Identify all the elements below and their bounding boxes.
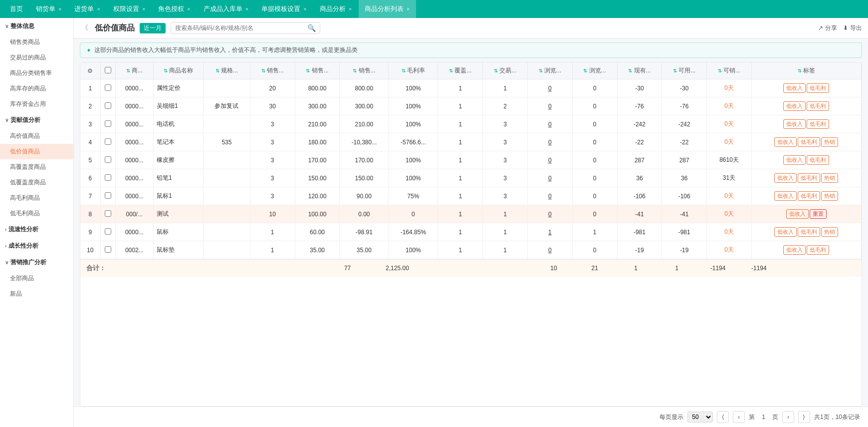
prev-page-button[interactable]: ‹ xyxy=(733,411,745,423)
browse-link[interactable]: 1 xyxy=(548,229,552,236)
row-checkbox-cell[interactable] xyxy=(100,241,115,259)
time-filter-badge[interactable]: 近一月 xyxy=(140,23,166,33)
footer-s2: 2,125.00 xyxy=(368,265,427,272)
row-name[interactable]: 鼠标垫 xyxy=(153,241,203,259)
browse-link[interactable]: 0 xyxy=(548,193,552,200)
row-browse1[interactable]: 1 xyxy=(527,223,572,241)
row-name[interactable]: 鼠标1 xyxy=(153,187,203,205)
row-browse1[interactable]: 0 xyxy=(527,205,572,223)
nav-template-settings[interactable]: 单据模板设置 × xyxy=(255,0,312,18)
row-checkbox[interactable] xyxy=(105,120,111,127)
row-browse1[interactable]: 0 xyxy=(527,79,572,97)
row-name[interactable]: 铅笔1 xyxy=(153,169,203,187)
nav-purchase-order[interactable]: 进货单 × xyxy=(68,0,106,18)
close-product-analysis-list-icon[interactable]: × xyxy=(407,6,410,12)
sidebar-item-traded-products[interactable]: 交易过的商品 xyxy=(0,50,73,65)
browse-link[interactable]: 0 xyxy=(548,139,552,146)
close-sales-order-icon[interactable]: × xyxy=(58,6,61,12)
sidebar-group-velocity[interactable]: › 流速性分析 xyxy=(0,221,73,238)
row-name[interactable]: 吴细细1 xyxy=(153,97,203,115)
browse-link[interactable]: 0 xyxy=(548,157,552,164)
row-checkbox-cell[interactable] xyxy=(100,169,115,187)
sidebar-group-growth[interactable]: › 成长性分析 xyxy=(0,238,73,254)
next-page-button[interactable]: › xyxy=(782,411,794,423)
nav-product-analysis[interactable]: 商品分析 × xyxy=(314,0,358,18)
row-browse1[interactable]: 0 xyxy=(527,97,572,115)
browse-link[interactable]: 0 xyxy=(548,175,552,182)
nav-product-warehouse[interactable]: 产成品入库单 × xyxy=(198,0,254,18)
row-checkbox[interactable] xyxy=(105,102,111,109)
row-checkbox[interactable] xyxy=(105,138,111,145)
row-checkbox-cell[interactable] xyxy=(100,223,115,241)
sidebar-item-high-margin[interactable]: 高毛利商品 xyxy=(0,190,73,206)
nav-permissions[interactable]: 权限设置 × xyxy=(107,0,151,18)
sidebar-item-new-products[interactable]: 新品 xyxy=(0,286,73,302)
col-settings[interactable]: ⚙ xyxy=(80,62,100,79)
close-template-settings-icon[interactable]: × xyxy=(303,6,306,12)
row-name[interactable]: 笔记本 xyxy=(153,133,203,151)
row-checkbox-cell[interactable] xyxy=(100,151,115,169)
sidebar-item-low-margin[interactable]: 低毛利商品 xyxy=(0,206,73,221)
nav-sales-order[interactable]: 销货单 × xyxy=(30,0,67,18)
row-browse1[interactable]: 0 xyxy=(527,241,572,259)
last-page-button[interactable]: ⟩ xyxy=(798,411,810,423)
sidebar-item-high-value[interactable]: 高价值商品 xyxy=(0,128,73,144)
sidebar-group-overall[interactable]: ∨ 整体信息 xyxy=(0,18,73,34)
first-page-button[interactable]: ⟨ xyxy=(717,411,729,423)
browse-link[interactable]: 0 xyxy=(548,85,552,92)
select-all-checkbox[interactable] xyxy=(105,67,111,73)
sidebar-item-high-coverage[interactable]: 高覆盖度商品 xyxy=(0,159,73,175)
row-checkbox[interactable] xyxy=(105,246,111,253)
nav-product-analysis-list[interactable]: 商品分析列表 × xyxy=(359,0,416,18)
sidebar-item-category-sales-rate[interactable]: 商品分类销售率 xyxy=(0,65,73,81)
search-icon[interactable]: 🔍 xyxy=(307,24,316,32)
sidebar-item-high-inventory[interactable]: 高库存的商品 xyxy=(0,81,73,96)
close-permissions-icon[interactable]: × xyxy=(142,6,145,12)
row-checkbox[interactable] xyxy=(105,192,111,199)
row-browse1[interactable]: 0 xyxy=(527,169,572,187)
close-purchase-order-icon[interactable]: × xyxy=(97,6,100,12)
row-checkbox-cell[interactable] xyxy=(100,187,115,205)
sidebar-item-all-products[interactable]: 全部商品 xyxy=(0,271,73,286)
row-name[interactable]: 属性定价 xyxy=(153,79,203,97)
page-size-select[interactable]: 50 100 200 xyxy=(687,412,713,423)
sidebar-item-low-value[interactable]: 低价值商品 xyxy=(0,144,73,159)
row-checkbox[interactable] xyxy=(105,84,111,91)
row-spec xyxy=(203,115,250,133)
browse-link[interactable]: 0 xyxy=(548,121,552,128)
row-browse1[interactable]: 0 xyxy=(527,187,572,205)
row-browse1[interactable]: 0 xyxy=(527,133,572,151)
share-button[interactable]: ↗ 分享 xyxy=(818,24,837,32)
row-browse1[interactable]: 0 xyxy=(527,115,572,133)
row-checkbox[interactable] xyxy=(105,228,111,235)
sidebar-group-contribution[interactable]: ∨ 贡献值分析 xyxy=(0,112,73,128)
browse-link[interactable]: 0 xyxy=(548,247,552,254)
search-input[interactable] xyxy=(175,24,307,31)
sidebar-collapse-button[interactable]: 《 xyxy=(80,23,90,33)
nav-home[interactable]: 首页 xyxy=(4,0,29,18)
close-product-analysis-icon[interactable]: × xyxy=(349,6,352,12)
browse-link[interactable]: 0 xyxy=(548,211,552,218)
sidebar-item-sales-products[interactable]: 销售类商品 xyxy=(0,34,73,50)
sidebar-item-inventory-capital[interactable]: 库存资金占用 xyxy=(0,96,73,112)
row-name[interactable]: 测试 xyxy=(153,205,203,223)
nav-role-auth[interactable]: 角色授权 × xyxy=(152,0,196,18)
row-name[interactable]: 橡皮擦 xyxy=(153,151,203,169)
sidebar-item-low-coverage[interactable]: 低覆盖度商品 xyxy=(0,175,73,190)
row-name[interactable]: 鼠标 xyxy=(153,223,203,241)
browse-link[interactable]: 0 xyxy=(548,103,552,110)
export-button[interactable]: ⬇ 导出 xyxy=(843,24,862,32)
row-checkbox[interactable] xyxy=(105,174,111,181)
row-checkbox[interactable] xyxy=(105,156,111,163)
row-checkbox[interactable] xyxy=(105,210,111,217)
row-checkbox-cell[interactable] xyxy=(100,205,115,223)
row-checkbox-cell[interactable] xyxy=(100,79,115,97)
row-checkbox-cell[interactable] xyxy=(100,97,115,115)
sidebar-group-marketing[interactable]: ∨ 营销推广分析 xyxy=(0,254,73,271)
close-product-warehouse-icon[interactable]: × xyxy=(245,6,248,12)
row-name[interactable]: 电话机 xyxy=(153,115,203,133)
row-browse1[interactable]: 0 xyxy=(527,151,572,169)
row-checkbox-cell[interactable] xyxy=(100,133,115,151)
row-checkbox-cell[interactable] xyxy=(100,115,115,133)
close-role-auth-icon[interactable]: × xyxy=(187,6,190,12)
